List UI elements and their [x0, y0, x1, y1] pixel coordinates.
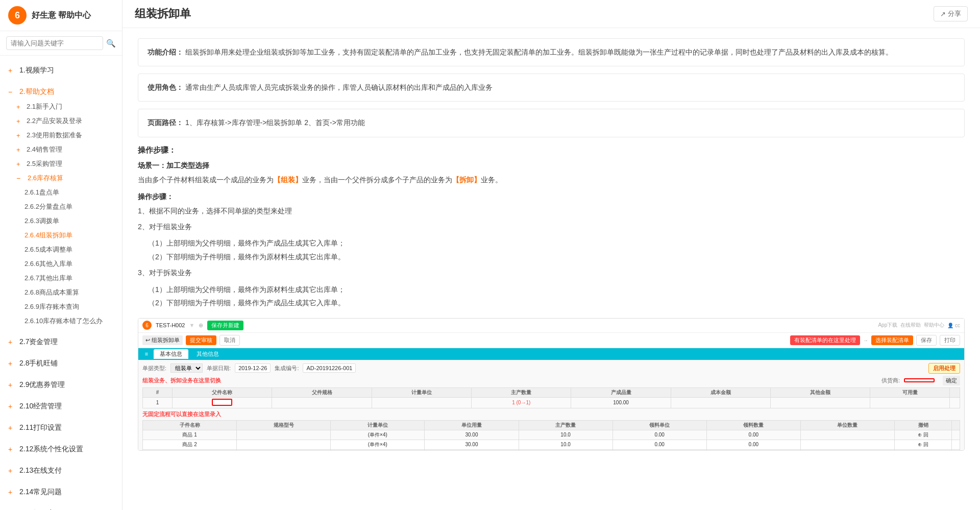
ss-test-id: TEST-H002 [156, 322, 185, 328]
nav-section-2-12: + 2.12系统个性化设置 [0, 439, 122, 460]
sidebar-item-2-11[interactable]: + 2.11打印设置 [0, 420, 122, 435]
sidebar-item-2-4[interactable]: + 2.4销售管理 [0, 142, 122, 157]
ss-other-btn: 保存 [916, 335, 937, 346]
table-row: 1 1 (0→1) 100.00 [143, 397, 960, 408]
expand-icon-2-13: + [8, 467, 16, 475]
sidebar-item-2-6-8[interactable]: 2.6.8商品成本重算 [0, 285, 122, 300]
sidebar-item-2-1[interactable]: + 2.1新手入门 [0, 100, 122, 114]
collapse-icon-2: − [8, 88, 16, 96]
page-title: 组装拆卸单 [135, 6, 191, 21]
path-label: 页面路径： [148, 118, 183, 127]
nav-section-2-10: + 2.10经营管理 [0, 396, 122, 417]
expand-icon-2-7: + [8, 338, 16, 346]
sidebar-item-2-7[interactable]: + 2.7资金管理 [0, 334, 122, 350]
share-button[interactable]: ↗ 分享 [934, 6, 968, 21]
expand-icon-2-1: + [16, 103, 23, 111]
ss-logo: 6 [142, 321, 152, 330]
ss-tab-basic: 基本信息 [154, 349, 188, 359]
ss-save-btn: 保存并新建 [207, 321, 243, 330]
sidebar-item-2-6-1[interactable]: 2.6.1盘点单 [0, 185, 122, 200]
role-label: 使用角色： [148, 83, 183, 91]
sidebar-item-2-6-7[interactable]: 2.6.7其他出库单 [0, 271, 122, 285]
table-row: ⊕ 回 [143, 449, 960, 450]
expand-icon-2-2: + [16, 117, 23, 125]
nav-section-2-7: + 2.7资金管理 [0, 331, 122, 353]
app-title: 好生意 帮助中心 [32, 10, 91, 21]
ss-other-btn2: 打印 [940, 335, 960, 346]
scene1-title: 场景一：加工类型选择 [138, 161, 965, 171]
step3-1: （1）上部明细为父件明细，最终作为原材料生成其它出库单； [138, 283, 965, 297]
ss-submit-btn: 提交审核 [186, 335, 216, 345]
sidebar-item-2-2[interactable]: + 2.2产品安装及登录 [0, 114, 122, 128]
sidebar-item-video[interactable]: + 1.视频学习 [0, 63, 122, 78]
sidebar-label-2: 2.帮助文档 [19, 87, 54, 96]
search-area: 🔍 [0, 31, 122, 56]
sidebar-item-2-8[interactable]: + 2.8手机旺铺 [0, 356, 122, 371]
expand-icon-2-9: + [8, 381, 16, 389]
share-icon: ↗ [940, 10, 946, 18]
sidebar-item-2-6-10[interactable]: 2.6.10库存账本错了怎么办 [0, 314, 122, 328]
nav-section-2-11: + 2.11打印设置 [0, 417, 122, 439]
sidebar-item-2-6[interactable]: − 2.6库存核算 [0, 171, 122, 185]
nav-section-2-8: + 2.8手机旺铺 [0, 353, 122, 374]
step3: 3、对于拆装业务 [138, 266, 965, 279]
role-block: 使用角色： 通常由生产人员或库管人员完成拆装业务的操作，库管人员确认原材料的出库… [138, 74, 965, 102]
expand-icon-2-14: + [8, 488, 16, 496]
ss-toolbar: ↩ 组装拆卸单 提交审核 取消 有装配清单的在这里处理 → 选择装配清单 保存 … [138, 333, 964, 348]
step2-2: （2）下部明细为子件明细，最终作为原材料生成其它出库单。 [138, 250, 965, 264]
nav-section-2-14: + 2.14常见问题 [0, 481, 122, 503]
sidebar-item-2-6-3[interactable]: 2.6.3调拨单 [0, 214, 122, 228]
nav-section-2-15: + 2.15操作案例 [0, 503, 122, 510]
ss-select-assembly-btn: 选择装配清单 [871, 335, 913, 345]
ss-header: 6 TEST-H002 ▼ ⊕ 保存并新建 App下载 在线帮助 帮助中心 👤 … [138, 319, 964, 333]
role-text: 通常由生产人员或库管人员完成拆装业务的操作，库管人员确认原材料的出库和产成品的入… [185, 83, 493, 91]
scene1-desc: 当由多个子件材料组装成一个成品的业务为【组装】业务，当由一个父件拆分成多个子产品… [138, 174, 965, 186]
step2: 2、对于组装业务 [138, 221, 965, 233]
sidebar-item-2-6-9[interactable]: 2.6.9库存账本查询 [0, 300, 122, 314]
sidebar-item-2-10[interactable]: + 2.10经营管理 [0, 399, 122, 414]
expand-icon-2-5: + [16, 160, 23, 168]
sidebar-item-2-6-2[interactable]: 2.6.2分量盘点单 [0, 200, 122, 214]
sidebar-item-2-12[interactable]: + 2.12系统个性化设置 [0, 442, 122, 457]
search-input[interactable] [6, 36, 103, 50]
nav-section-2: − 2.帮助文档 + 2.1新手入门 + 2.2产品安装及登录 + 2.3使用前… [0, 81, 122, 331]
ss-upper-table: # 父件名称 父件规格 计量单位 主产数量 产成品量 成本金额 其他金额 可用量 [142, 387, 960, 408]
expand-icon-2-3: + [16, 132, 23, 139]
sidebar-item-2-6-6[interactable]: 2.6.6其他入库单 [0, 257, 122, 271]
ss-no-field: AD-20191226-001 [303, 363, 356, 373]
sidebar-item-2-5[interactable]: + 2.5采购管理 [0, 157, 122, 171]
sidebar-item-helpdoc[interactable]: − 2.帮助文档 [0, 84, 122, 100]
ss-form-content: 单据类型: 组装单 拆卸单 单据日期: 2019-12-26 集成编号: AD-… [138, 360, 964, 450]
content-area: 功能介绍： 组装拆卸单用来处理企业组装或拆卸等加工业务，支持有固定装配清单的产品… [122, 28, 980, 510]
sidebar-item-2-14[interactable]: + 2.14常见问题 [0, 484, 122, 500]
nav-sub-items-2: + 2.1新手入门 + 2.2产品安装及登录 + 2.3使用前数据准备 + 2.… [0, 100, 122, 328]
sidebar: 6 好生意 帮助中心 🔍 + 1.视频学习 − 2.帮助文档 + 2.1新手入门 [0, 0, 122, 510]
expand-icon-2-4: + [16, 146, 23, 154]
screenshot-container: 6 TEST-H002 ▼ ⊕ 保存并新建 App下载 在线帮助 帮助中心 👤 … [138, 318, 965, 451]
sidebar-item-2-9[interactable]: + 2.9优惠券管理 [0, 377, 122, 393]
sidebar-item-2-3[interactable]: + 2.3使用前数据准备 [0, 128, 122, 142]
nav-section-2-13: + 2.13在线支付 [0, 460, 122, 481]
ss-lower-table: 子件名称 规格型号 计量单位 单位用量 主产数量 领料单位 领料数量 单位数量 … [142, 420, 960, 450]
expand-icon-2-11: + [8, 424, 16, 432]
ss-lower-note: 无固定流程可以直接在这里录入 [142, 410, 960, 418]
ss-cancel-btn: 取消 [219, 335, 240, 346]
app-logo: 6 [8, 6, 27, 25]
nav-section-2-9: + 2.9优惠券管理 [0, 374, 122, 396]
expand-icon-2-10: + [8, 402, 16, 410]
expand-icon-1: + [8, 66, 16, 75]
sidebar-item-2-6-4[interactable]: 2.6.4组装拆卸单 [0, 228, 122, 242]
sidebar-item-2-6-5[interactable]: 2.6.5成本调整单 [0, 242, 122, 257]
path-text: 1、库存核算->库存管理->组装拆卸单 2、首页->常用功能 [185, 118, 365, 127]
logo-area: 6 好生意 帮助中心 [0, 0, 122, 31]
step1: 1、根据不同的业务，选择不同单据的类型来处理 [138, 205, 965, 217]
step3-2: （2）下部明细为子件明细，最终作为产成品生成其它入库单。 [138, 296, 965, 310]
ss-type-select: 组装单 拆卸单 [170, 363, 203, 373]
page-header: 组装拆卸单 ↗ 分享 [122, 0, 980, 28]
search-button[interactable]: 🔍 [106, 39, 116, 48]
screenshot-inner: 6 TEST-H002 ▼ ⊕ 保存并新建 App下载 在线帮助 帮助中心 👤 … [138, 319, 964, 450]
table-row: 商品 1(单件×4)30.0010.00.000.00⊕ 回 [143, 430, 960, 440]
ss-confirm-btn: 确定 [943, 376, 960, 385]
sidebar-item-2-15[interactable]: + 2.15操作案例 [0, 506, 122, 510]
sidebar-item-2-13[interactable]: + 2.13在线支付 [0, 463, 122, 478]
